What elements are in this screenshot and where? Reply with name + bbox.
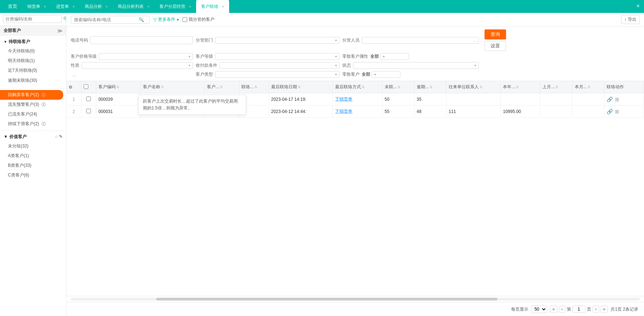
pay-term-select[interactable]: ▾: [219, 62, 339, 69]
customer-level-label: 客户等级: [196, 53, 213, 60]
my-customers-checkbox-container[interactable]: 我分管的客户: [182, 16, 214, 23]
sort-icon11: ⇅: [555, 85, 558, 89]
circle-icon[interactable]: ○: [55, 134, 57, 139]
nav-customer-tier[interactable]: 客户分层经营 ×: [154, 0, 196, 13]
retail-attr-select[interactable]: ▾: [380, 53, 409, 60]
row-checkbox-1[interactable]: [81, 93, 96, 105]
sidebar-item-b-class[interactable]: B类客户(33): [0, 161, 66, 170]
all-customers-header[interactable]: 全部客户 ≫: [0, 25, 66, 36]
contact-pending-title[interactable]: ▼ 待联络客户: [0, 37, 66, 46]
th-last-contact-date[interactable]: 最后联络日期 ⇅: [269, 81, 333, 93]
prev-page-button[interactable]: ‹: [559, 306, 565, 313]
sidebar-item-today-contact[interactable]: 今天待联络(0): [0, 46, 66, 56]
nav-purchase-close[interactable]: ×: [73, 4, 75, 9]
nav-customer-contact-close[interactable]: ×: [222, 4, 224, 9]
nav-customer-contact[interactable]: 客户联络 ×: [196, 0, 229, 13]
customer-level-select[interactable]: ▾: [215, 53, 339, 60]
settings-button[interactable]: 设置: [485, 41, 506, 51]
horizontal-scrollbar[interactable]: [66, 296, 644, 302]
th-contact-count[interactable]: 联络... ⇅: [239, 81, 269, 93]
select-all-checkbox[interactable]: [84, 84, 88, 89]
link-action-icon-1[interactable]: 🔗: [607, 96, 613, 102]
first-page-button[interactable]: «: [550, 306, 557, 313]
gender-select[interactable]: ▾: [82, 62, 193, 69]
sidebar-item-lost-predict[interactable]: 流失预警客户(3) ⓘ: [0, 100, 66, 109]
more-filters-button[interactable]: ▽ 更多条件 ▾: [153, 16, 179, 23]
th-code[interactable]: 客户编码 ⇅: [96, 81, 140, 93]
more-filters-dots[interactable]: ...: [71, 72, 78, 77]
this-year-2: 10995.00: [501, 105, 540, 118]
page-number-input[interactable]: [573, 306, 585, 313]
th-checkbox[interactable]: [81, 81, 96, 93]
th-contact-person[interactable]: 往来单位联系人 ⇅: [446, 81, 501, 93]
edit-icon[interactable]: ✎: [59, 134, 62, 139]
scroll-thumb[interactable]: [156, 298, 497, 301]
nav-product-analysis-list-close[interactable]: ×: [147, 4, 149, 9]
last-contact-method-1[interactable]: 下销货单: [333, 93, 382, 105]
next-page-button[interactable]: ›: [593, 306, 599, 313]
th-customer-type[interactable]: 客户... ⇅: [205, 81, 239, 93]
last-contact-method-2[interactable]: 下销货单: [333, 105, 382, 118]
customer-type-select[interactable]: ▾: [215, 71, 339, 78]
sidebar-item-tomorrow-contact[interactable]: 明天待联络(1): [0, 56, 66, 66]
grid-action-icon-2[interactable]: ⊞: [615, 109, 619, 114]
person-label: 分管人员: [342, 37, 360, 43]
value-customers-section[interactable]: ▼ 价值客户 ○ ✎: [0, 132, 66, 141]
sidebar-item-7day-contact[interactable]: 近7天待联络(0): [0, 66, 66, 75]
sidebar-item-overdue-contact[interactable]: 逾期未联络(30): [0, 76, 66, 85]
contact-method-link-1[interactable]: 下销货单: [335, 96, 352, 102]
row-checkbox-2[interactable]: [81, 105, 96, 118]
dept-select[interactable]: ▾: [215, 37, 339, 44]
nav-purchase[interactable]: 进货单 ×: [51, 0, 80, 13]
main-search-input[interactable]: [74, 17, 139, 22]
sidebar-search-icon[interactable]: 🔍: [63, 16, 66, 22]
th-last-month[interactable]: 上月... ⇅: [540, 81, 572, 93]
th-overdue[interactable]: 逾期... ⇅: [414, 81, 446, 93]
row-select-checkbox-1[interactable]: [86, 96, 91, 101]
query-button[interactable]: 查询: [485, 29, 506, 39]
export-button[interactable]: ↑ 导出: [621, 15, 640, 24]
sort-icon4: ⇅: [254, 85, 257, 89]
per-page-select[interactable]: 50: [531, 305, 547, 313]
th-this-month[interactable]: 本月... ⇅: [572, 81, 604, 93]
last-page-button[interactable]: »: [601, 306, 608, 313]
nav-product-analysis-list[interactable]: 商品分析列表 ×: [113, 0, 154, 13]
person-dots[interactable]: ...: [473, 38, 476, 42]
sidebar-item-c-class[interactable]: C类客户(6): [0, 170, 66, 180]
nav-sales-close[interactable]: ×: [44, 4, 46, 9]
th-last-contact-method[interactable]: 最后联络方式 ⇅: [333, 81, 382, 93]
retail-customer-select[interactable]: ▾: [372, 71, 400, 78]
person-select[interactable]: ...: [362, 37, 479, 44]
content-area: 🔍 ▽ 更多条件 ▾ 我分管的客户 ↑ 导出 电话号码: [66, 13, 644, 316]
sidebar-item-repeat-abnormal[interactable]: 回购异常客户(2) ⓘ: [0, 90, 63, 100]
sidebar-item-continuous-decline[interactable]: 持续下滑客户(2) ⓘ: [0, 119, 66, 129]
nav-home[interactable]: 首页: [3, 0, 22, 13]
window-close-button[interactable]: ×: [636, 3, 640, 9]
my-customers-checkbox[interactable]: [182, 17, 187, 22]
th-settings[interactable]: ⚙: [66, 81, 81, 93]
price-level-select[interactable]: ▾: [99, 53, 193, 60]
sidebar-item-already-lost[interactable]: 已流失客户(24): [0, 109, 66, 119]
chevron-down-icon8: ▾: [335, 72, 337, 76]
th-not-contacted[interactable]: 未联... ⇅: [382, 81, 414, 93]
th-this-year[interactable]: 本年... ⇅: [501, 81, 540, 93]
sidebar-item-ungrouped[interactable]: 未分组(32): [0, 141, 66, 151]
link-action-icon-2[interactable]: 🔗: [607, 109, 613, 114]
sort-icon8: ⇅: [430, 85, 432, 89]
contact-method-link-2[interactable]: 下销货单: [335, 109, 352, 114]
nav-product-analysis[interactable]: 商品分析 ×: [80, 0, 113, 13]
main-search-icon[interactable]: 🔍: [139, 17, 144, 22]
grid-action-icon-1[interactable]: ⊞: [615, 96, 619, 102]
status-select[interactable]: ▾: [353, 62, 479, 69]
dept-label: 分管部门: [196, 37, 213, 43]
nav-product-analysis-close[interactable]: ×: [106, 4, 108, 9]
sidebar-collapse-icon[interactable]: ≫: [57, 28, 62, 34]
this-month-2: [572, 105, 604, 118]
row-select-checkbox-2[interactable]: [86, 109, 91, 113]
nav-customer-tier-close[interactable]: ×: [189, 4, 191, 9]
sidebar-item-a-class[interactable]: A类客户(1): [0, 151, 66, 161]
sidebar-search-input[interactable]: [3, 15, 62, 23]
phone-input[interactable]: [90, 36, 193, 44]
nav-sales[interactable]: 销货单 ×: [22, 0, 51, 13]
th-name[interactable]: 客户名称 ⇅: [140, 81, 205, 93]
